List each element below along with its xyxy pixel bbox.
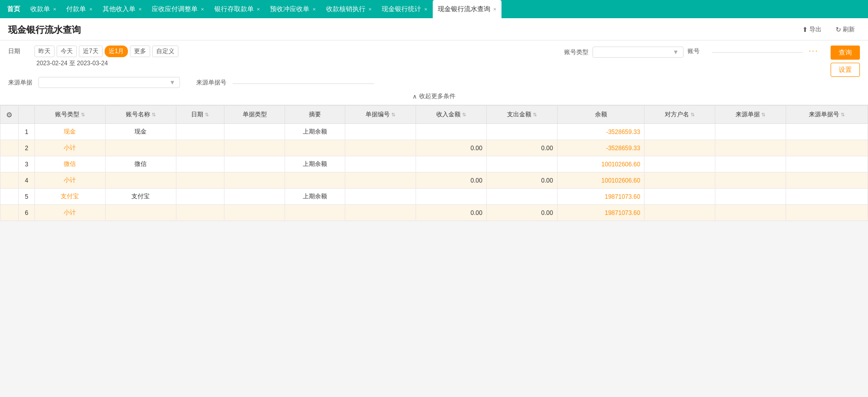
row-idx-0: 1 (19, 124, 35, 140)
col-header-income[interactable]: 收入金额⇅ (416, 106, 487, 124)
cell-expense-5: 0.00 (487, 205, 558, 221)
nav-home[interactable]: 首页 (2, 0, 25, 18)
close-tab-icon[interactable]: × (139, 6, 142, 12)
collapse-label: 收起更多条件 (419, 92, 455, 101)
sort-icon: ⇅ (205, 112, 209, 117)
col-header-source_doc[interactable]: 来源单据⇅ (715, 106, 786, 124)
export-button[interactable]: ⬆ 导出 (797, 23, 827, 36)
date-buttons-group: 昨天今天近7天近1月更多自定义 (34, 46, 178, 57)
col-header-counterpart[interactable]: 对方户名⇅ (645, 106, 715, 124)
date-btn-今天[interactable]: 今天 (57, 46, 77, 57)
cell-doc_type-5 (224, 205, 285, 221)
cell-account_type-0: 现金 (35, 124, 106, 140)
account-type-label: 账号类型 (564, 48, 588, 57)
close-tab-icon[interactable]: × (53, 6, 56, 12)
nav-tab-预收冲应收单[interactable]: 预收冲应收单× (265, 0, 321, 18)
row-gear-0 (1, 124, 19, 140)
cell-counterpart-4 (645, 189, 715, 205)
date-btn-昨天[interactable]: 昨天 (34, 46, 55, 57)
nav-tab-label: 其他收入单 (103, 5, 135, 14)
source-doc-select[interactable]: ▼ (38, 77, 180, 88)
cell-counterpart-3 (645, 172, 715, 189)
table-row: 6小计0.000.0019871073.60 (1, 205, 868, 221)
settings-button[interactable]: 设置 (831, 63, 860, 77)
row-gear-4 (1, 189, 19, 205)
date-btn-近1月[interactable]: 近1月 (105, 46, 128, 57)
close-tab-icon[interactable]: × (201, 6, 204, 12)
account-type-select[interactable]: ▼ (592, 47, 683, 58)
table-header-row: ⚙账号类型⇅账号名称⇅日期⇅单据类型摘要单据编号⇅收入金额⇅支出金额⇅余额对方户… (1, 106, 868, 124)
close-tab-icon[interactable]: × (424, 6, 427, 12)
cell-account_name-1 (105, 140, 176, 156)
nav-tab-收款核销执行[interactable]: 收款核销执行× (321, 0, 377, 18)
cell-counterpart-5 (645, 205, 715, 221)
collapse-filter-bar[interactable]: ∧ 收起更多条件 (8, 90, 860, 102)
col-header-expense[interactable]: 支出金额⇅ (487, 106, 558, 124)
source-doc-no-input[interactable] (233, 81, 374, 84)
nav-tab-收款单[interactable]: 收款单× (25, 0, 61, 18)
col-header-doc_no[interactable]: 单据编号⇅ (345, 106, 416, 124)
col-header-account_name[interactable]: 账号名称⇅ (105, 106, 176, 124)
table-row: 2小计0.000.00-3528659.33 (1, 140, 868, 156)
account-input[interactable] (712, 50, 803, 53)
table-row: 5支付宝支付宝上期余额19871073.60 (1, 189, 868, 205)
col-header-source_doc_no[interactable]: 来源单据号⇅ (786, 106, 867, 124)
cell-expense-0 (487, 124, 558, 140)
cell-source_doc_no-0 (786, 124, 867, 140)
cell-source_doc-4 (715, 189, 786, 205)
row-idx-5: 6 (19, 205, 35, 221)
query-button[interactable]: 查询 (831, 46, 860, 60)
cell-account_type-1: 小计 (35, 140, 106, 156)
cell-source_doc-0 (715, 124, 786, 140)
close-tab-icon[interactable]: × (493, 6, 496, 12)
cell-summary-4: 上期余额 (285, 189, 345, 205)
close-tab-icon[interactable]: × (369, 6, 372, 12)
nav-tab-付款单[interactable]: 付款单× (61, 0, 97, 18)
cell-income-4 (416, 189, 487, 205)
cell-account_type-2: 微信 (35, 156, 106, 172)
col-header-balance: 余额 (557, 106, 644, 124)
export-icon: ⬆ (802, 26, 808, 33)
nav-tab-现金银行流水查询[interactable]: 现金银行流水查询× (433, 0, 501, 18)
cell-source_doc-3 (715, 172, 786, 189)
gear-settings-icon[interactable]: ⚙ (6, 111, 13, 119)
cell-doc_no-1 (345, 140, 416, 156)
cell-date-2 (176, 156, 224, 172)
cell-balance-0: -3528659.33 (557, 124, 644, 140)
cell-expense-3: 0.00 (487, 172, 558, 189)
cell-source_doc-5 (715, 205, 786, 221)
row-idx-4: 5 (19, 189, 35, 205)
cell-doc_no-5 (345, 205, 416, 221)
cell-summary-3 (285, 172, 345, 189)
close-tab-icon[interactable]: × (89, 6, 92, 12)
row-gear-2 (1, 156, 19, 172)
cell-income-5: 0.00 (416, 205, 487, 221)
sort-icon: ⇅ (462, 112, 466, 117)
table-row: 3微信微信上期余额100102606.60 (1, 156, 868, 172)
source-doc-label: 来源单据 (8, 78, 32, 87)
cell-income-2 (416, 156, 487, 172)
cell-doc_type-3 (224, 172, 285, 189)
more-options-button[interactable]: ··· (807, 47, 820, 56)
close-tab-icon[interactable]: × (257, 6, 260, 12)
filter-area: 日期 昨天今天近7天近1月更多自定义 2023-02-24 至 2023-03-… (0, 40, 868, 105)
col-header-account_type[interactable]: 账号类型⇅ (35, 106, 106, 124)
nav-tab-其他收入单[interactable]: 其他收入单× (98, 0, 147, 18)
close-tab-icon[interactable]: × (312, 6, 315, 12)
nav-tab-现金银行统计[interactable]: 现金银行统计× (377, 0, 432, 18)
cell-date-3 (176, 172, 224, 189)
cell-balance-2: 100102606.60 (557, 156, 644, 172)
cell-account_name-4: 支付宝 (105, 189, 176, 205)
nav-tab-应收应付调整单[interactable]: 应收应付调整单× (147, 0, 209, 18)
nav-tab-银行存取款单[interactable]: 银行存取款单× (209, 0, 265, 18)
date-btn-更多[interactable]: 更多 (130, 46, 150, 57)
date-btn-自定义[interactable]: 自定义 (152, 46, 178, 57)
right-action-buttons: 查询 设置 (831, 46, 860, 77)
refresh-label: 刷新 (843, 25, 855, 34)
refresh-button[interactable]: ↻ 刷新 (831, 23, 860, 36)
cell-summary-5 (285, 205, 345, 221)
col-header-date[interactable]: 日期⇅ (176, 106, 224, 124)
date-btn-近7天[interactable]: 近7天 (79, 46, 103, 57)
refresh-icon: ↻ (836, 26, 841, 33)
table-row: 1现金现金上期余额-3528659.33 (1, 124, 868, 140)
